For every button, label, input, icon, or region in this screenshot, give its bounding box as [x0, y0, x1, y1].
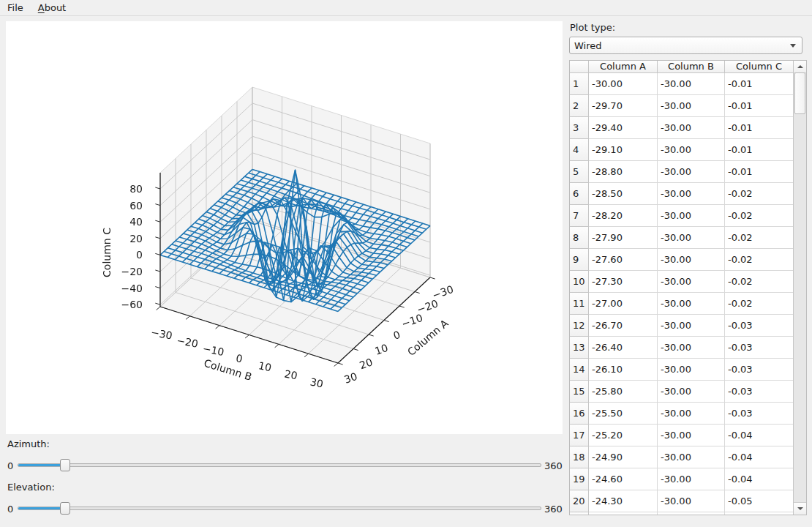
scroll-up-button[interactable] — [794, 61, 806, 73]
cell-column-c[interactable]: -0.02 — [725, 227, 793, 249]
row-index-cell[interactable]: 9 — [570, 249, 589, 271]
cell-column-b[interactable]: -30.00 — [658, 249, 725, 271]
row-index-cell[interactable]: 3 — [570, 117, 589, 139]
scrollbar-thumb[interactable] — [794, 72, 805, 114]
plot-type-label: Plot type: — [570, 22, 615, 33]
row-index-cell[interactable]: 12 — [570, 315, 589, 337]
cell-column-c[interactable]: -0.02 — [725, 271, 793, 293]
row-index-cell[interactable]: 16 — [570, 403, 589, 425]
row-index-cell[interactable]: 10 — [570, 271, 589, 293]
row-index-cell[interactable]: 4 — [570, 139, 589, 161]
row-index-cell[interactable]: 19 — [570, 468, 589, 490]
cell-column-a[interactable]: -26.10 — [589, 359, 658, 381]
row-index-cell[interactable]: 7 — [570, 205, 589, 227]
cell-column-a[interactable]: -27.90 — [589, 227, 658, 249]
row-index-cell[interactable]: 8 — [570, 227, 589, 249]
cell-column-b[interactable]: -30.00 — [658, 95, 725, 117]
cell-column-c[interactable]: -0.03 — [725, 315, 793, 337]
cell-column-c[interactable]: -0.04 — [725, 425, 793, 446]
cell-column-c[interactable]: -0.01 — [725, 117, 793, 139]
cell-column-c[interactable]: -0.01 — [725, 139, 793, 161]
row-index-cell[interactable]: 1 — [570, 73, 589, 95]
cell-column-a[interactable]: -28.50 — [589, 183, 658, 205]
cell-column-a[interactable]: -27.30 — [589, 271, 658, 293]
cell-column-b[interactable]: -30.00 — [658, 425, 725, 446]
cell-column-a[interactable]: -25.80 — [589, 381, 658, 403]
cell-column-a[interactable]: -24.60 — [589, 468, 658, 490]
row-index-cell[interactable] — [570, 512, 589, 515]
cell-column-a[interactable]: -25.20 — [589, 425, 658, 446]
cell-column-c[interactable]: -0.02 — [725, 183, 793, 205]
menu-item-file[interactable]: File — [0, 1, 31, 15]
cell-column-b[interactable]: -30.00 — [658, 446, 725, 468]
cell-column-b[interactable]: -30.00 — [658, 139, 725, 161]
cell-column-c[interactable]: -0.03 — [725, 359, 793, 381]
elevation-slider-handle[interactable] — [60, 502, 70, 515]
cell-column-a[interactable]: -26.70 — [589, 315, 658, 337]
cell-column-a[interactable]: -28.80 — [589, 161, 658, 183]
column-header-b[interactable]: Column B — [658, 61, 725, 73]
cell-column-a[interactable]: -27.00 — [589, 293, 658, 315]
cell-column-a[interactable]: -27.60 — [589, 249, 658, 271]
cell-column-b[interactable]: -30.00 — [658, 337, 725, 359]
cell-column-b[interactable]: -30.00 — [658, 227, 725, 249]
azimuth-slider-handle[interactable] — [60, 459, 70, 471]
row-index-cell[interactable]: 14 — [570, 359, 589, 381]
cell-column-c[interactable]: -0.04 — [725, 446, 793, 468]
cell-column-a[interactable]: -24.90 — [589, 446, 658, 468]
cell-column-b[interactable]: -30.00 — [658, 403, 725, 425]
cell-column-b[interactable]: -30.00 — [658, 73, 725, 95]
azimuth-slider[interactable] — [18, 463, 541, 467]
cell-column-c[interactable]: -0.01 — [725, 161, 793, 183]
cell-column-a[interactable]: -29.40 — [589, 117, 658, 139]
row-index-cell[interactable]: 11 — [570, 293, 589, 315]
elevation-slider[interactable] — [18, 507, 541, 510]
cell-column-a[interactable]: -29.10 — [589, 139, 658, 161]
cell-column-c[interactable]: -0.03 — [725, 381, 793, 403]
row-index-cell[interactable]: 2 — [570, 95, 589, 117]
cell-column-c[interactable] — [725, 512, 793, 515]
column-header-c[interactable]: Column C — [725, 61, 793, 73]
cell-column-b[interactable]: -30.00 — [658, 381, 725, 403]
cell-column-c[interactable]: -0.04 — [725, 468, 793, 490]
row-index-cell[interactable]: 13 — [570, 337, 589, 359]
cell-column-a[interactable]: -28.20 — [589, 205, 658, 227]
cell-column-c[interactable]: -0.02 — [725, 205, 793, 227]
cell-column-b[interactable]: -30.00 — [658, 183, 725, 205]
cell-column-c[interactable]: -0.03 — [725, 403, 793, 425]
plot-type-select[interactable]: Wired — [569, 37, 802, 54]
column-header-a[interactable]: Column A — [589, 61, 658, 73]
cell-column-a[interactable] — [589, 512, 658, 515]
cell-column-b[interactable]: -30.00 — [658, 293, 725, 315]
cell-column-c[interactable]: -0.05 — [725, 490, 793, 512]
menu-item-about[interactable]: About — [31, 1, 73, 15]
cell-column-c[interactable]: -0.02 — [725, 293, 793, 315]
plot-canvas[interactable] — [6, 21, 563, 434]
row-index-cell[interactable]: 6 — [570, 183, 589, 205]
cell-column-b[interactable]: -30.00 — [658, 315, 725, 337]
cell-column-a[interactable]: -29.70 — [589, 95, 658, 117]
row-index-cell[interactable]: 15 — [570, 381, 589, 403]
cell-column-b[interactable]: -30.00 — [658, 490, 725, 512]
cell-column-b[interactable]: -30.00 — [658, 117, 725, 139]
row-index-cell[interactable]: 18 — [570, 446, 589, 468]
cell-column-b[interactable]: -30.00 — [658, 359, 725, 381]
cell-column-a[interactable]: -26.40 — [589, 337, 658, 359]
cell-column-c[interactable]: -0.01 — [725, 95, 793, 117]
scroll-down-button[interactable] — [794, 502, 806, 515]
row-index-cell[interactable]: 20 — [570, 490, 589, 512]
cell-column-c[interactable]: -0.02 — [725, 249, 793, 271]
cell-column-b[interactable]: -30.00 — [658, 468, 725, 490]
cell-column-a[interactable]: -24.30 — [589, 490, 658, 512]
cell-column-c[interactable]: -0.03 — [725, 337, 793, 359]
cell-column-a[interactable]: -25.50 — [589, 403, 658, 425]
cell-column-b[interactable]: -30.00 — [658, 271, 725, 293]
cell-column-b[interactable] — [658, 512, 725, 515]
cell-column-b[interactable]: -30.00 — [658, 205, 725, 227]
table-scrollbar[interactable] — [793, 61, 806, 515]
cell-column-c[interactable]: -0.01 — [725, 73, 793, 95]
cell-column-b[interactable]: -30.00 — [658, 161, 725, 183]
row-index-cell[interactable]: 5 — [570, 161, 589, 183]
cell-column-a[interactable]: -30.00 — [589, 73, 658, 95]
row-index-cell[interactable]: 17 — [570, 425, 589, 446]
